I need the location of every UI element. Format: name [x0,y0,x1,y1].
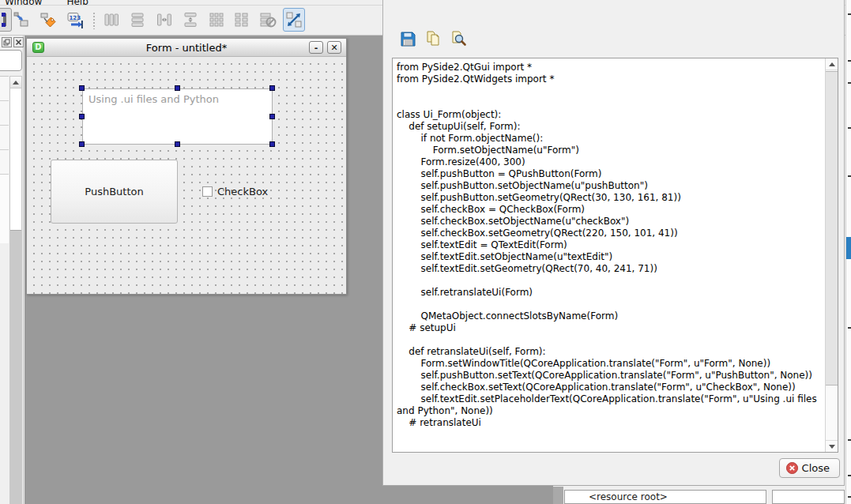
clipped-text-mark [848,13,851,15]
edit-tab-order-button[interactable]: 123 [64,8,86,32]
layout-horizontal-splitter-button[interactable] [153,8,175,32]
triangle-up-icon [13,81,19,85]
scrollbar-thumb[interactable] [826,71,838,386]
close-icon [786,462,798,474]
layout-form-icon [233,11,250,28]
scrollbar-thumb[interactable] [10,230,21,503]
textedit-widget[interactable]: Using .ui files and Python [82,88,273,145]
selection-handle-bottom-left[interactable] [79,141,85,147]
resource-files-list[interactable] [772,490,845,504]
layout-vertical-splitter-button[interactable] [179,8,201,32]
layout-horizontal-icon [103,11,120,28]
scroll-down-button[interactable] [826,440,838,452]
edit-widgets-icon [0,11,9,28]
scroll-up-button[interactable] [826,58,838,70]
pushbutton-widget[interactable]: PushButton [51,160,178,224]
clipped-text-mark [848,327,851,329]
window-close-button[interactable]: ✕ [327,41,341,54]
layout-vertical-splitter-icon [182,11,199,28]
dock-float-icon [2,37,12,47]
menu-help[interactable]: Help [66,0,88,6]
clipped-text-mark [848,82,851,84]
layout-vertical-icon [129,11,146,28]
form-window-title: Form - untitled* [27,42,346,54]
save-button[interactable] [397,28,418,49]
adjust-size-icon [285,11,303,28]
textedit-placeholder: Using .ui files and Python [83,89,272,109]
code-scrollbar[interactable] [825,58,838,452]
widget-box-list-item[interactable] [0,150,9,175]
edit-tab-order-icon: 123 [66,11,84,28]
copy-button[interactable] [423,28,443,49]
dock-close-button[interactable] [13,36,24,47]
edit-buddies-button[interactable] [37,8,59,32]
widget-box-scrollbar[interactable] [9,76,22,504]
edit-buddies-icon [40,11,57,28]
close-button[interactable]: Close [779,458,840,478]
selection-handle-top-right[interactable] [269,85,275,91]
widget-box-list-item[interactable] [0,77,9,101]
checkbox-label: CheckBox [217,186,268,197]
widget-filter-input[interactable] [0,50,22,71]
form-window-titlebar[interactable]: D Form - untitled* - ✕ [27,39,346,57]
resource-tree[interactable]: <resource root> [564,490,766,504]
panel-corner-block [553,487,563,504]
clipped-text-mark [848,439,851,441]
selection-handle-bottom-right[interactable] [269,141,275,147]
close-button-label: Close [802,462,830,474]
find-button[interactable] [448,28,469,49]
triangle-down-icon [829,445,835,449]
edit-signals-slots-button[interactable] [10,8,32,32]
resource-root-item[interactable]: <resource root> [589,491,668,502]
clipped-text-mark [848,496,851,498]
copy-icon [424,30,442,47]
toolbar-separator [92,12,96,29]
selection-handle-mid-right[interactable] [269,114,275,119]
break-layout-button[interactable] [257,8,279,32]
break-layout-icon [259,11,277,28]
triangle-up-icon [829,62,835,66]
layout-vertical-button[interactable] [126,8,149,32]
checkbox-widget[interactable]: CheckBox [201,175,281,208]
layout-form-button[interactable] [231,8,253,32]
code-preview-window: from PySide2.QtGui import * from PySide2… [382,0,845,486]
widget-box-list [0,76,9,243]
adjust-size-button[interactable] [283,8,305,32]
resource-browser-panel: <resource root> [553,486,851,504]
code-view: from PySide2.QtGui import * from PySide2… [392,58,838,453]
svg-text:123: 123 [70,15,81,21]
layout-grid-button[interactable] [205,8,228,32]
widget-box-list-item[interactable] [0,101,9,126]
selection-handle-top-center[interactable] [175,85,180,91]
layout-horizontal-button[interactable] [100,8,122,32]
clipped-text-mark [848,475,851,476]
selection-handle-bottom-center[interactable] [175,141,180,147]
qt-designer-screen: Window Help [0,0,851,504]
dock-close-icon [13,37,24,47]
clipped-text-mark [848,60,851,62]
clipped-side-panel [845,0,851,504]
dock-float-button[interactable] [1,36,12,47]
save-icon [399,30,416,47]
selection-handle-mid-left[interactable] [79,114,85,119]
edit-signals-slots-icon [13,11,30,28]
clipped-text-mark [848,175,851,177]
menu-window[interactable]: Window [5,0,42,6]
code-text[interactable]: from PySide2.QtGui import * from PySide2… [393,58,838,432]
minimize-button[interactable]: - [309,41,323,54]
side-panel-selection [846,237,851,259]
selection-handle-top-left[interactable] [79,85,85,91]
form-editor-window: D Form - untitled* - ✕ Using .ui files a… [26,38,347,295]
widget-box-list-item[interactable] [0,126,9,150]
checkbox-indicator[interactable] [202,186,213,197]
layout-horizontal-splitter-icon [156,11,173,28]
layout-grid-icon [208,11,225,28]
widget-box-dock [0,36,24,504]
clipped-text-mark [848,127,851,129]
find-icon [450,30,467,47]
scroll-up-button[interactable] [10,77,21,88]
form-canvas[interactable]: Using .ui files and Python PushButton Ch… [27,57,346,294]
